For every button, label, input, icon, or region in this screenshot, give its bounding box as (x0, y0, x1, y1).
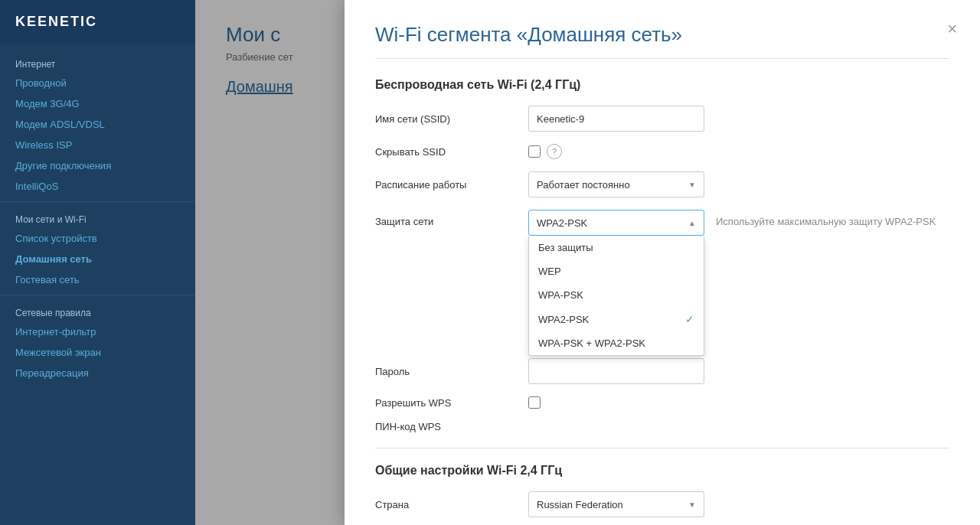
sidebar-section-internet: Интернет (0, 51, 195, 73)
option-label-wpa2-psk: WPA2-PSK (538, 314, 589, 325)
password-label: Пароль (375, 366, 528, 377)
chevron-up-icon: ▲ (688, 219, 696, 227)
country-row: Страна Russian Federation ▼ (375, 491, 949, 517)
modal-overlay: × Wi-Fi сегмента «Домашняя сеть» Беспров… (195, 0, 980, 525)
security-option-wpa-psk[interactable]: WPA-PSK (529, 283, 704, 307)
sidebar-item-firewall[interactable]: Межсетевой экран (0, 342, 195, 363)
sidebar-nav: Интернет Проводной Модем 3G/4G Модем ADS… (0, 44, 195, 525)
schedule-select[interactable]: Работает постоянно ▼ (528, 171, 704, 197)
country-value: Russian Federation (537, 499, 623, 510)
country-label: Страна (375, 499, 528, 510)
schedule-label: Расписание работы (375, 179, 528, 191)
main-area: Мои с Разбиение сет Домашня × Wi-Fi сегм… (195, 0, 980, 525)
sidebar-item-intelliqos[interactable]: IntelliQoS (0, 176, 195, 197)
security-label: Защита сети (375, 216, 528, 227)
hide-ssid-checkbox[interactable] (528, 145, 541, 158)
password-row: Пароль (375, 358, 949, 384)
country-select-wrapper: Russian Federation ▼ (528, 491, 704, 517)
ssid-row: Имя сети (SSID) (375, 106, 949, 132)
sidebar-section-rules: Сетевые правила (0, 300, 195, 321)
security-value: WPA2-PSK (537, 217, 587, 229)
option-label-none: Без защиты (538, 242, 593, 253)
wps-checkbox[interactable] (528, 396, 541, 409)
security-select-wrapper: WPA2-PSK ▲ Без защиты WEP WPA-PSK (528, 210, 704, 236)
security-option-wep[interactable]: WEP (529, 259, 704, 283)
wifi-section-title: Беспроводная сеть Wi-Fi (2,4 ГГц) (375, 78, 949, 92)
section-divider (375, 448, 949, 448)
option-label-wpa-psk: WPA-PSK (538, 289, 583, 301)
modal-title: Wi-Fi сегмента «Домашняя сеть» (375, 23, 949, 59)
schedule-value: Работает постоянно (537, 179, 630, 191)
check-icon: ✓ (685, 313, 694, 325)
sidebar-item-filter[interactable]: Интернет-фильтр (0, 321, 195, 342)
option-label-wpa-wpa2: WPA-PSK + WPA2-PSK (538, 338, 645, 349)
security-option-wpa-wpa2[interactable]: WPA-PSK + WPA2-PSK (529, 331, 704, 355)
ssid-label: Имя сети (SSID) (375, 113, 528, 125)
sidebar: KEENETIC Интернет Проводной Модем 3G/4G … (0, 0, 195, 525)
sidebar-item-device-list[interactable]: Список устройств (0, 228, 195, 249)
sidebar-item-modem-3g[interactable]: Модем 3G/4G (0, 93, 195, 114)
ssid-input[interactable] (528, 106, 704, 132)
sidebar-item-wireless-isp[interactable]: Wireless ISP (0, 135, 195, 155)
security-option-none[interactable]: Без защиты (529, 236, 704, 259)
country-chevron-down-icon: ▼ (688, 501, 696, 509)
general-section-title: Общие настройки Wi-Fi 2,4 ГГц (375, 464, 949, 478)
help-icon[interactable]: ? (547, 144, 562, 159)
wps-row: Разрешить WPS (375, 396, 949, 409)
sidebar-item-guest-network[interactable]: Гостевая сеть (0, 269, 195, 290)
sidebar-item-wired[interactable]: Проводной (0, 73, 195, 93)
sidebar-item-home-network[interactable]: Домашняя сеть (0, 249, 195, 269)
country-select[interactable]: Russian Federation ▼ (528, 491, 704, 517)
security-option-wpa2-psk[interactable]: WPA2-PSK ✓ (529, 307, 704, 331)
hide-ssid-controls: ? (528, 144, 562, 159)
modal-close-button[interactable]: × (947, 19, 957, 39)
wps-pin-row: ПИН-код WPS (375, 421, 949, 432)
logo-area: KEENETIC (0, 0, 195, 44)
hide-ssid-row: Скрывать SSID ? (375, 144, 949, 159)
sidebar-item-other[interactable]: Другие подключения (0, 155, 195, 176)
wps-pin-label: ПИН-код WPS (375, 421, 528, 432)
hide-ssid-label: Скрывать SSID (375, 146, 528, 158)
schedule-select-wrapper: Работает постоянно ▼ (528, 171, 704, 197)
security-dropdown: Без защиты WEP WPA-PSK WPA2-PSK ✓ (528, 236, 704, 356)
schedule-row: Расписание работы Работает постоянно ▼ (375, 171, 949, 197)
security-select[interactable]: WPA2-PSK ▲ (528, 210, 704, 236)
chevron-down-icon: ▼ (688, 181, 696, 189)
option-label-wep: WEP (538, 266, 561, 277)
sidebar-section-networks: Мои сети и Wi-Fi (0, 207, 195, 228)
security-hint: Используйте максимальную защиту WPA2-PSK (716, 216, 949, 227)
sidebar-item-modem-adsl[interactable]: Модем ADSL/VDSL (0, 114, 195, 135)
logo: KEENETIC (15, 14, 97, 29)
modal-dialog: × Wi-Fi сегмента «Домашняя сеть» Беспров… (345, 0, 980, 525)
password-input[interactable] (528, 358, 704, 384)
security-row: Защита сети WPA2-PSK ▲ Без защиты WEP (375, 210, 949, 236)
wps-label: Разрешить WPS (375, 397, 528, 409)
sidebar-item-forwarding[interactable]: Переадресация (0, 363, 195, 383)
